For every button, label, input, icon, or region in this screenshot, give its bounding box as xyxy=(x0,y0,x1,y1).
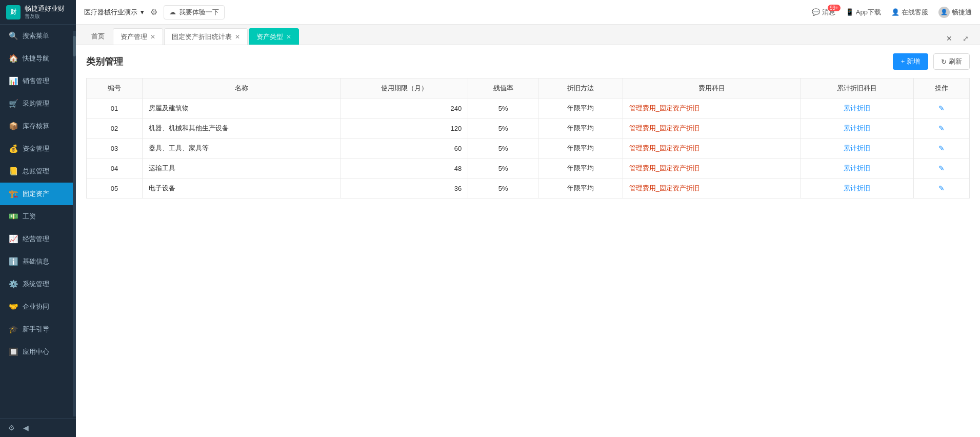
sidebar-item-label: 固定资产 xyxy=(23,189,49,198)
tab-label: 资产管理 xyxy=(121,32,147,42)
close-tab-button[interactable]: ✕ xyxy=(943,32,955,45)
sidebar-item-collab[interactable]: 🤝 企业协同 xyxy=(0,295,76,318)
tab-close-icon[interactable]: ✕ xyxy=(150,33,155,41)
cell-rate: 5% xyxy=(468,138,538,158)
refresh-button[interactable]: ↻ 刷新 xyxy=(933,53,970,70)
sidebar-item-label: 经营管理 xyxy=(23,234,49,244)
cell-subject: 管理费用_固定资产折旧 xyxy=(623,158,801,178)
tab-asset-mgmt[interactable]: 资产管理 ✕ xyxy=(113,28,163,45)
phone-icon: 📱 xyxy=(846,8,854,16)
tab-actions: ✕ ⤢ xyxy=(943,32,972,45)
app-download-item[interactable]: 📱 App下载 xyxy=(846,8,881,17)
cell-code: 02 xyxy=(87,118,143,138)
sidebar-item-search[interactable]: 🔍 搜索菜单 xyxy=(0,25,76,47)
sidebar-item-operation[interactable]: 📈 经营管理 xyxy=(0,228,76,250)
tab-home[interactable]: 首页 xyxy=(84,28,112,45)
table-row: 04 运输工具 48 5% 年限平均 管理费用_固定资产折旧 累计折旧 ✎ xyxy=(87,158,970,178)
search-icon: 🔍 xyxy=(8,31,18,41)
cell-rate: 5% xyxy=(468,158,538,178)
sidebar-item-label: 搜索菜单 xyxy=(23,31,49,41)
cell-accum: 累计折旧 xyxy=(801,158,913,178)
sidebar-item-purchase[interactable]: 🛒 采购管理 xyxy=(0,92,76,115)
cell-rate: 5% xyxy=(468,178,538,198)
user-item[interactable]: 👤 畅捷通 xyxy=(938,7,972,18)
edit-icon[interactable]: ✎ xyxy=(938,184,945,192)
sidebar-item-fixedasset[interactable]: 🏗️ 固定资产 xyxy=(0,183,76,205)
sidebar-item-label: 采购管理 xyxy=(23,99,49,108)
cell-code: 04 xyxy=(87,158,143,178)
sidebar-item-basic[interactable]: ℹ️ 基础信息 xyxy=(0,250,76,273)
cell-period: 120 xyxy=(341,118,468,138)
cell-name: 机器、机械和其他生产设备 xyxy=(143,118,341,138)
operation-icon: 📈 xyxy=(8,234,18,244)
cell-method: 年限平均 xyxy=(538,158,623,178)
purchase-icon: 🛒 xyxy=(8,98,18,109)
table-col-header: 使用期限（月） xyxy=(341,78,468,98)
settings-button[interactable]: ⚙ xyxy=(150,7,157,17)
table-col-header: 折旧方法 xyxy=(538,78,623,98)
cell-accum: 累计折旧 xyxy=(801,118,913,138)
cell-name: 电子设备 xyxy=(143,178,341,198)
capital-icon: 💰 xyxy=(8,144,18,154)
sidebar-item-sales[interactable]: 📊 销售管理 xyxy=(0,70,76,92)
experience-button[interactable]: ☁ 我要体验一下 xyxy=(164,5,225,19)
payroll-icon: 💵 xyxy=(8,211,18,222)
sidebar-item-appcenter[interactable]: 🔲 应用中心 xyxy=(0,341,76,363)
logo-icon: 财 xyxy=(6,5,21,19)
topbar-right: 💬 消息 99+ 📱 App下载 👤 在线客服 👤 畅捷通 xyxy=(812,7,972,18)
sidebar-item-system[interactable]: ⚙️ 系统管理 xyxy=(0,273,76,295)
sidebar-item-label: 快捷导航 xyxy=(23,54,49,63)
tab-asset-type[interactable]: 资产类型 ✕ xyxy=(249,28,299,45)
sidebar-item-label: 工资 xyxy=(23,212,36,221)
new-button[interactable]: + 新增 xyxy=(893,53,928,70)
tab-close-icon[interactable]: ✕ xyxy=(286,33,291,41)
maximize-button[interactable]: ⤢ xyxy=(959,32,972,45)
cloud-icon: ☁ xyxy=(169,8,176,16)
table-col-header: 编号 xyxy=(87,78,143,98)
sidebar-item-quicknav[interactable]: 🏠 快捷导航 xyxy=(0,47,76,70)
cell-action: ✎ xyxy=(913,158,969,178)
page-title: 类别管理 xyxy=(86,55,123,68)
quicknav-icon: 🏠 xyxy=(8,53,18,64)
cell-name: 房屋及建筑物 xyxy=(143,98,341,118)
user-avatar: 👤 xyxy=(938,7,950,18)
sidebar-item-ledger[interactable]: 📒 总账管理 xyxy=(0,160,76,183)
table-col-header: 名称 xyxy=(143,78,341,98)
topbar-title[interactable]: 医疗器械行业演示 ▾ xyxy=(84,8,144,17)
sidebar-item-label: 新手引导 xyxy=(23,325,49,334)
messages-item[interactable]: 💬 消息 99+ xyxy=(812,8,835,17)
tab-close-icon[interactable]: ✕ xyxy=(235,33,240,41)
table-col-header: 操作 xyxy=(913,78,969,98)
sidebar-item-guide[interactable]: 🎓 新手引导 xyxy=(0,318,76,341)
table-row: 02 机器、机械和其他生产设备 120 5% 年限平均 管理费用_固定资产折旧 … xyxy=(87,118,970,138)
sidebar-item-capital[interactable]: 💰 资金管理 xyxy=(0,137,76,160)
edit-icon[interactable]: ✎ xyxy=(938,124,945,132)
tab-label: 资产类型 xyxy=(256,32,283,42)
sidebar-logo: 财 畅捷通好业财 普及版 xyxy=(0,0,76,25)
settings-icon[interactable]: ⚙ xyxy=(8,424,15,432)
tab-label: 固定资产折旧统计表 xyxy=(172,32,232,42)
sidebar-item-label: 资金管理 xyxy=(23,144,49,153)
edit-icon[interactable]: ✎ xyxy=(938,144,945,152)
collab-icon: 🤝 xyxy=(8,302,18,312)
service-icon: 👤 xyxy=(891,8,899,16)
guide-icon: 🎓 xyxy=(8,324,18,334)
fixedasset-icon: 🏗️ xyxy=(8,189,18,199)
cell-period: 48 xyxy=(341,158,468,178)
sidebar-item-label: 系统管理 xyxy=(23,280,49,289)
cell-code: 03 xyxy=(87,138,143,158)
table-row: 01 房屋及建筑物 240 5% 年限平均 管理费用_固定资产折旧 累计折旧 ✎ xyxy=(87,98,970,118)
table-row: 03 器具、工具、家具等 60 5% 年限平均 管理费用_固定资产折旧 累计折旧… xyxy=(87,138,970,158)
tab-depreciation[interactable]: 固定资产折旧统计表 ✕ xyxy=(164,28,248,45)
cell-action: ✎ xyxy=(913,138,969,158)
sidebar-item-payroll[interactable]: 💵 工资 xyxy=(0,205,76,228)
page-header: 类别管理 + 新增 ↻ 刷新 xyxy=(86,53,970,70)
edit-icon[interactable]: ✎ xyxy=(938,164,945,172)
customer-service-item[interactable]: 👤 在线客服 xyxy=(891,8,928,17)
cell-accum: 累计折旧 xyxy=(801,98,913,118)
messages-badge: 99+ xyxy=(828,5,841,11)
topbar: 医疗器械行业演示 ▾ ⚙ ☁ 我要体验一下 💬 消息 99+ 📱 App下载 👤… xyxy=(76,0,980,25)
edit-icon[interactable]: ✎ xyxy=(938,104,945,112)
sidebar-item-inventory[interactable]: 📦 库存核算 xyxy=(0,115,76,137)
collapse-icon[interactable]: ◀ xyxy=(23,424,29,432)
